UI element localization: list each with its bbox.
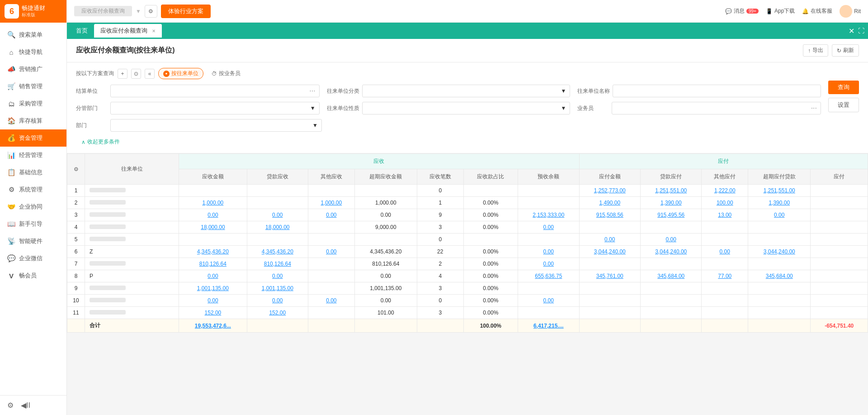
tab-home[interactable]: 首页 <box>71 24 93 38</box>
select-partner-category[interactable]: ▼ <box>362 85 571 97</box>
cell-loan-payable[interactable]: 0.00 <box>641 234 702 246</box>
sidebar-item-marketing[interactable]: 📣 营销推广 <box>0 61 66 78</box>
cell-other-receivable[interactable]: 0.00 <box>308 209 355 221</box>
cell-receivable-amount[interactable]: 152.00 <box>179 307 247 319</box>
cell-other-payable[interactable]: 1,222.00 <box>702 185 748 197</box>
cell-other-payable[interactable]: 13.00 <box>702 209 748 221</box>
cell-loan-receivable[interactable]: 0.00 <box>247 270 308 282</box>
sidebar-item-operations[interactable]: 📊 经营管理 <box>0 147 66 164</box>
cell-receivable-amount[interactable]: 0.00 <box>179 209 247 221</box>
cell-prepaid-balance[interactable] <box>518 282 579 295</box>
cell-receivable-amount[interactable] <box>179 234 247 246</box>
cell-other-payable[interactable] <box>702 307 748 319</box>
cell-prepaid-balance[interactable]: 2,153,333.00 <box>518 209 579 221</box>
online-service-button[interactable]: 🔔 在线客服 <box>802 7 832 15</box>
cell-payable-amount[interactable]: 1,252,773.00 <box>579 185 640 197</box>
cell-payable-amount[interactable] <box>579 282 640 295</box>
sidebar-item-member[interactable]: V 畅会员 <box>0 267 66 284</box>
cell-receivable-amount[interactable]: 0.00 <box>179 270 247 282</box>
cell-overdue-payable[interactable] <box>748 258 811 270</box>
sidebar-item-enterprise[interactable]: 🤝 企业协同 <box>0 198 66 215</box>
edit-scheme-button[interactable]: ⊙ <box>131 69 141 79</box>
cell-receivable-amount[interactable] <box>179 185 247 197</box>
cell-prepaid-balance[interactable] <box>518 197 579 209</box>
cell-overdue-payable[interactable]: 345,684.00 <box>748 270 811 282</box>
cell-other-receivable[interactable] <box>308 234 355 246</box>
cell-loan-payable[interactable]: 3,044,240.00 <box>641 246 702 258</box>
cell-receivable-amount[interactable]: 18,000.00 <box>179 221 247 234</box>
collapse-sidebar-icon[interactable]: ◀II <box>21 401 30 410</box>
add-scheme-button[interactable]: + <box>118 69 127 79</box>
cell-overdue-payable[interactable]: 3,044,240.00 <box>748 246 811 258</box>
select-salesperson[interactable]: ··· <box>612 102 821 114</box>
sidebar-item-system[interactable]: ⚙ 系统管理 <box>0 181 66 198</box>
cell-prepaid-balance[interactable]: 0.00 <box>518 295 579 307</box>
scheme-option-partner[interactable]: ● 按往来单位 <box>158 68 203 79</box>
cell-loan-payable[interactable]: 345,684.00 <box>641 270 702 282</box>
app-download-button[interactable]: 📱 App下载 <box>766 7 795 15</box>
collapse-more-button[interactable]: ∧ 收起更多条件 <box>76 136 821 148</box>
sidebar-item-wechat[interactable]: 💬 企业微信 <box>0 250 66 267</box>
user-profile[interactable]: Rit <box>840 5 861 18</box>
cell-loan-payable[interactable] <box>641 221 702 234</box>
cell-payable-amount[interactable] <box>579 307 640 319</box>
cell-loan-payable[interactable] <box>641 258 702 270</box>
cell-overdue-payable[interactable]: 0.00 <box>748 209 811 221</box>
cell-loan-receivable[interactable] <box>247 197 308 209</box>
trial-button[interactable]: 体验行业方案 <box>161 5 211 18</box>
cell-prepaid-balance[interactable] <box>518 307 579 319</box>
cell-other-payable[interactable]: 100.00 <box>702 197 748 209</box>
cell-overdue-payable[interactable] <box>748 307 811 319</box>
cell-loan-receivable[interactable]: 1,001,135.00 <box>247 282 308 295</box>
cell-overdue-payable[interactable]: 1,390.00 <box>748 197 811 209</box>
collapse-scheme-button[interactable]: « <box>145 69 155 79</box>
cell-other-receivable[interactable] <box>308 185 355 197</box>
cell-other-payable[interactable] <box>702 234 748 246</box>
cell-overdue-payable[interactable]: 1,251,551.00 <box>748 185 811 197</box>
cell-loan-receivable[interactable] <box>247 185 308 197</box>
cell-payable-amount[interactable]: 345,761.00 <box>579 270 640 282</box>
sidebar-item-quick[interactable]: ⌂ 快捷导航 <box>0 43 66 61</box>
cell-loan-payable[interactable]: 915,495.56 <box>641 209 702 221</box>
select-settlement[interactable]: ··· <box>110 85 320 97</box>
cell-other-receivable[interactable] <box>308 307 355 319</box>
sidebar-item-finance[interactable]: 💰 资金管理 <box>0 129 66 147</box>
cell-receivable-amount[interactable]: 4,345,436.20 <box>179 246 247 258</box>
cell-payable-amount[interactable]: 1,490.00 <box>579 197 640 209</box>
notification-button[interactable]: 💬 消息 99+ <box>725 7 759 15</box>
cell-other-receivable[interactable] <box>308 258 355 270</box>
scheme-option-salesperson[interactable]: ⏱ 按业务员 <box>207 68 245 79</box>
cell-loan-payable[interactable] <box>641 282 702 295</box>
sidebar-item-hardware[interactable]: 📡 智能硬件 <box>0 233 66 250</box>
settings-button2[interactable]: 设置 <box>828 98 859 112</box>
settings-bottom-icon[interactable]: ⚙ <box>7 401 14 410</box>
sidebar-item-guide[interactable]: 📖 新手引导 <box>0 215 66 233</box>
cell-receivable-amount[interactable]: 1,001,135.00 <box>179 282 247 295</box>
settings-button[interactable]: ⚙ <box>145 5 157 18</box>
table-gear-icon[interactable]: ⚙ <box>72 165 80 173</box>
th-settings[interactable]: ⚙ <box>67 154 85 185</box>
cell-loan-payable[interactable]: 1,251,551.00 <box>641 185 702 197</box>
cell-other-payable[interactable]: 0.00 <box>702 246 748 258</box>
refresh-button[interactable]: ↻ 刷新 <box>832 44 859 57</box>
select-partner-nature[interactable]: ▼ <box>362 102 571 114</box>
cell-receivable-amount[interactable]: 810,126.64 <box>179 258 247 270</box>
export-button[interactable]: ↑ 导出 <box>803 44 828 57</box>
query-button[interactable]: 查询 <box>828 81 859 94</box>
cell-other-receivable[interactable]: 1,000.00 <box>308 197 355 209</box>
cell-payable-amount[interactable] <box>579 221 640 234</box>
cell-loan-receivable[interactable]: 18,000.00 <box>247 221 308 234</box>
cell-other-payable[interactable] <box>702 221 748 234</box>
tab-window-close-icon[interactable]: ✕ <box>849 27 854 35</box>
input-partner-name[interactable] <box>613 85 821 97</box>
sidebar-item-search[interactable]: 🔍 搜索菜单 <box>0 26 66 43</box>
sidebar-item-purchase[interactable]: 🗂 采购管理 <box>0 95 66 112</box>
cell-loan-payable[interactable]: 1,390.00 <box>641 197 702 209</box>
cell-overdue-payable[interactable] <box>748 282 811 295</box>
cell-payable-amount[interactable]: 3,044,240.00 <box>579 246 640 258</box>
cell-overdue-payable[interactable] <box>748 295 811 307</box>
cell-receivable-amount[interactable]: 0.00 <box>179 295 247 307</box>
cell-prepaid-balance[interactable]: 0.00 <box>518 258 579 270</box>
cell-other-payable[interactable] <box>702 282 748 295</box>
cell-other-receivable[interactable] <box>308 270 355 282</box>
